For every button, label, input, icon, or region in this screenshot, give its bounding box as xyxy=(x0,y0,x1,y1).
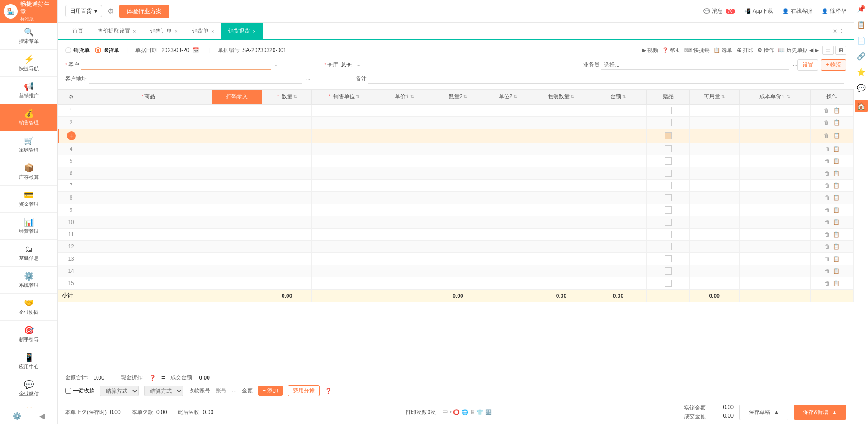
video-btn[interactable]: ▶ 视频 xyxy=(642,47,658,54)
tab-sales-order[interactable]: 销售订单 × xyxy=(143,23,184,40)
print-btn[interactable]: 🖨 打印 xyxy=(736,47,754,54)
gift-checkbox[interactable] xyxy=(665,231,672,238)
goods-cell[interactable] xyxy=(84,104,212,117)
address-input[interactable] xyxy=(89,74,302,84)
copy-icon[interactable]: 📋 xyxy=(833,280,840,286)
setting-btn[interactable]: 设置 xyxy=(797,59,818,71)
industry-select[interactable]: 日用百货 ▾ xyxy=(65,5,102,17)
sidebar-item-purchase[interactable]: 🛒 采购管理 xyxy=(0,131,57,158)
prev-icon[interactable]: ◀ xyxy=(809,47,813,53)
qty2-cell[interactable] xyxy=(433,129,483,143)
unit2-cell[interactable] xyxy=(483,129,533,143)
delete-icon[interactable]: 🗑 xyxy=(825,182,830,189)
remark-input[interactable] xyxy=(368,74,844,84)
unit-price-sort-icon[interactable]: ⇅ xyxy=(410,94,414,99)
gift-checkbox[interactable] xyxy=(665,107,672,114)
available-cell[interactable] xyxy=(689,117,739,129)
copy-row-icon[interactable]: 📋 xyxy=(833,119,840,126)
delete-row-icon[interactable]: 🗑 xyxy=(824,133,829,139)
chevron-up-icon-2[interactable]: ▲ xyxy=(832,409,837,415)
copy-icon[interactable]: 📋 xyxy=(833,170,840,176)
sidebar-item-marketing[interactable]: 📢 营销推广 xyxy=(0,77,57,104)
unit-price-cell[interactable] xyxy=(376,104,433,117)
sale-unit-sort-icon[interactable]: ⇅ xyxy=(356,94,359,99)
qty2-cell[interactable] xyxy=(433,104,483,117)
delete-icon[interactable]: 🗑 xyxy=(825,195,830,201)
shortcut-btn[interactable]: ⌨ 快捷键 xyxy=(684,47,710,54)
copy-icon[interactable]: 📋 xyxy=(833,146,840,152)
sale-unit-cell[interactable] xyxy=(312,104,376,117)
gift-checkbox[interactable] xyxy=(665,267,672,275)
copy-icon[interactable]: 📋 xyxy=(833,158,840,164)
unit2-sort-icon[interactable]: ⇅ xyxy=(514,94,517,99)
gift-checkbox[interactable] xyxy=(665,206,672,214)
copy-row-icon[interactable]: 📋 xyxy=(833,133,840,139)
gift-checkbox[interactable] xyxy=(665,243,672,250)
operate-btn[interactable]: ⚙ 操作 xyxy=(757,47,774,54)
customer-input[interactable] xyxy=(81,60,271,70)
expand-icon[interactable]: ⛶ xyxy=(841,28,846,34)
sidebar-item-shortcut[interactable]: ⚡ 快捷导航 xyxy=(0,50,57,77)
account-dots-icon[interactable]: ··· xyxy=(232,388,236,394)
pkg-qty-cell[interactable] xyxy=(533,104,590,117)
settings-footer-icon[interactable]: ⚙️ xyxy=(13,412,22,420)
collapse-icon[interactable]: ◀ xyxy=(39,412,45,420)
qty-cell[interactable] xyxy=(262,129,312,143)
amount-cell[interactable] xyxy=(590,117,646,129)
gift-checkbox[interactable] xyxy=(665,119,672,126)
cost-unit-cell[interactable] xyxy=(739,129,811,143)
experience-btn[interactable]: 体验行业方案 xyxy=(119,5,169,18)
tab-sales-order-close-icon[interactable]: × xyxy=(175,29,177,34)
save-draft-btn[interactable]: 保存草稿 ▲ xyxy=(739,405,789,420)
gift-checkbox-active[interactable] xyxy=(665,132,672,139)
rs-active-icon[interactable]: 🏠 xyxy=(855,100,868,112)
rs-doc-icon[interactable]: 📄 xyxy=(857,36,866,45)
unit2-cell[interactable] xyxy=(483,117,533,129)
cost-unit-cell[interactable] xyxy=(739,104,811,117)
amount-sort-icon[interactable]: ⇅ xyxy=(622,94,626,99)
goods-input[interactable] xyxy=(87,133,209,139)
copy-icon[interactable]: 📋 xyxy=(833,195,840,201)
sidebar-item-search[interactable]: 🔍 搜索菜单 xyxy=(0,23,57,50)
sale-unit-cell[interactable] xyxy=(312,129,376,143)
sidebar-item-enterprise[interactable]: 🤝 企业协同 xyxy=(0,294,57,321)
tab-home[interactable]: 首页 xyxy=(65,23,90,40)
add-row-btn[interactable]: + xyxy=(67,131,76,140)
sidebar-item-apps[interactable]: 📱 应用中心 xyxy=(0,348,57,375)
delete-icon[interactable]: 🗑 xyxy=(825,231,830,238)
unit2-cell[interactable] xyxy=(483,104,533,117)
gift-checkbox[interactable] xyxy=(665,194,672,201)
sidebar-item-finance[interactable]: 💳 资金管理 xyxy=(0,186,57,213)
online-service-btn[interactable]: 👤 在线客服 xyxy=(782,7,812,15)
tab-return-close-icon[interactable]: × xyxy=(253,29,255,34)
pkg-qty-cell[interactable] xyxy=(533,117,590,129)
qty2-sort-icon[interactable]: ⇅ xyxy=(463,94,467,99)
save-new-btn[interactable]: 保存&新增 ▲ xyxy=(794,405,846,420)
copy-icon[interactable]: 📋 xyxy=(833,243,840,250)
delete-icon[interactable]: 🗑 xyxy=(825,243,830,250)
fee-tab-btn[interactable]: 费用分摊 xyxy=(288,385,320,396)
history-btn[interactable]: 📖 历史单据 ◀ ▶ xyxy=(778,47,819,54)
sidebar-item-basic[interactable]: 🗂 基础信息 xyxy=(0,240,57,267)
radio-return[interactable]: 退货单 xyxy=(95,47,119,54)
amount-cell[interactable] xyxy=(590,129,646,143)
rs-pin-icon[interactable]: 📌 xyxy=(857,5,866,13)
gift-checkbox[interactable] xyxy=(665,255,672,262)
settings-icon[interactable]: ⚙ xyxy=(108,7,114,15)
tab-return[interactable]: 销货退货 × xyxy=(221,23,263,40)
rs-chat-icon[interactable]: 💬 xyxy=(857,84,866,92)
message-btn[interactable]: 💬 消息 70 xyxy=(703,7,735,15)
table-wrapper[interactable]: ⚙ 商品 扫码录入 数量⇅ 销售单位⇅ 单价ℹ ⇅ xyxy=(58,90,854,370)
sidebar-item-sales[interactable]: 💰 销售管理 xyxy=(0,104,57,131)
tab-sales[interactable]: 销货单 × xyxy=(185,23,221,40)
gift-checkbox[interactable] xyxy=(665,157,672,165)
user-profile-btn[interactable]: 👤 徐泽华 xyxy=(821,7,846,15)
tab-price-setting[interactable]: 售价提取设置 × xyxy=(90,23,143,40)
salesperson-dots-icon[interactable]: ··· xyxy=(793,62,797,68)
copy-icon[interactable]: 📋 xyxy=(833,207,840,213)
available-sort-icon[interactable]: ⇅ xyxy=(721,94,725,99)
add-logistics-btn[interactable]: + 物流 xyxy=(821,59,846,71)
calc-method-select[interactable]: 结算方式 xyxy=(144,386,183,396)
delete-icon[interactable]: 🗑 xyxy=(825,280,830,286)
copy-icon[interactable]: 📋 xyxy=(833,268,840,274)
